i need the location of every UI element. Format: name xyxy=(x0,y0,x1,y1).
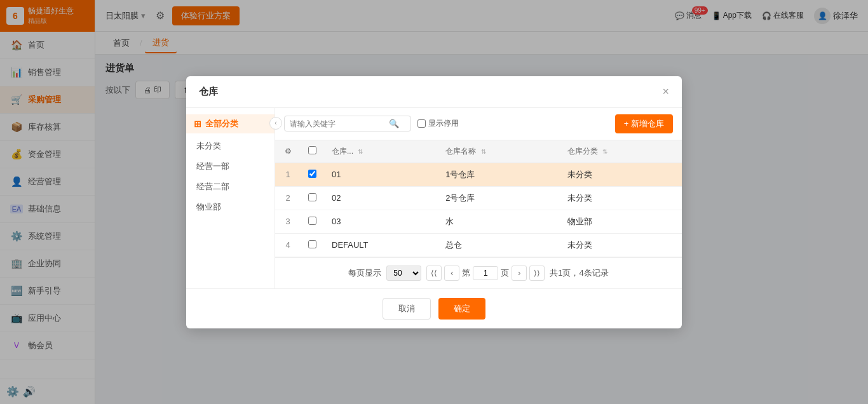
table-row[interactable]: 3 03 水 物业部 xyxy=(275,210,682,233)
warehouse-dialog: 仓库 × ⊞ 全部分类 ‹ 未分类 经营一部 xyxy=(186,76,682,328)
row-num: 1 xyxy=(275,163,301,186)
row-name: 2号仓库 xyxy=(438,186,560,210)
warehouse-panel: 🔍 显示停用 + 新增仓库 ⚙ xyxy=(275,108,682,288)
table-header-row: ⚙ 仓库... ⇅ 仓库名称 xyxy=(275,140,682,163)
search-icon[interactable]: 🔍 xyxy=(389,119,399,128)
col-checkbox xyxy=(301,140,324,163)
category-ops1[interactable]: 经营一部 xyxy=(186,156,275,177)
table-body: 1 01 1号仓库 未分类 2 02 2号仓库 未分类 3 03 水 物业部 4… xyxy=(275,163,682,257)
col-settings: ⚙ xyxy=(275,140,301,163)
last-page-btn[interactable]: ⟩⟩ xyxy=(529,266,545,281)
next-page-btn[interactable]: › xyxy=(512,266,527,281)
row-name: 总仓 xyxy=(438,233,560,257)
table-row[interactable]: 1 01 1号仓库 未分类 xyxy=(275,163,682,186)
col-category: 仓库分类 ⇅ xyxy=(560,140,682,163)
dialog-footer: 取消 确定 xyxy=(186,288,682,328)
col-name: 仓库名称 ⇅ xyxy=(438,140,560,163)
page-unit: 页 xyxy=(501,267,509,279)
category-panel: ⊞ 全部分类 ‹ 未分类 经营一部 经营二部 物业部 xyxy=(186,108,275,288)
pagination: 每页显示 50 20 100 ⟨⟨ ‹ 第 页 › ⟩⟩ xyxy=(275,257,682,288)
row-checkbox[interactable] xyxy=(301,233,324,257)
row-category: 物业部 xyxy=(560,210,682,233)
warehouse-toolbar: 🔍 显示停用 + 新增仓库 xyxy=(275,108,682,140)
show-disabled-toggle[interactable]: 显示停用 xyxy=(417,118,459,129)
page-size-label: 每页显示 xyxy=(348,267,381,279)
prev-page-btn[interactable]: ‹ xyxy=(444,266,459,281)
sort-icon: ⇅ xyxy=(358,148,363,155)
category-property[interactable]: 物业部 xyxy=(186,197,275,217)
row-checkbox[interactable] xyxy=(301,186,324,210)
category-list: 未分类 经营一部 经营二部 物业部 xyxy=(186,133,275,220)
search-input[interactable] xyxy=(290,119,385,128)
modal-overlay: 仓库 × ⊞ 全部分类 ‹ 未分类 经营一部 xyxy=(0,0,868,404)
row-code: 03 xyxy=(324,210,438,233)
first-page-btn[interactable]: ⟨⟨ xyxy=(426,266,442,281)
warehouse-table: ⚙ 仓库... ⇅ 仓库名称 xyxy=(275,140,682,257)
show-disabled-checkbox[interactable] xyxy=(417,119,426,128)
select-all-checkbox[interactable] xyxy=(308,146,316,154)
row-name: 1号仓库 xyxy=(438,163,560,186)
dialog-title: 仓库 xyxy=(199,86,218,98)
row-num: 2 xyxy=(275,186,301,210)
total-label: 共1页，4条记录 xyxy=(550,267,608,279)
add-warehouse-btn[interactable]: + 新增仓库 xyxy=(615,114,673,133)
row-code: DEFAULT xyxy=(324,233,438,257)
row-checkbox[interactable] xyxy=(301,210,324,233)
sort-icon: ⇅ xyxy=(481,148,486,155)
dialog-body: ⊞ 全部分类 ‹ 未分类 经营一部 经营二部 物业部 xyxy=(186,108,682,288)
all-categories-label: 全部分类 xyxy=(205,118,238,130)
grid-icon: ⊞ xyxy=(194,119,201,129)
row-name: 水 xyxy=(438,210,560,233)
warehouse-table-wrap: ⚙ 仓库... ⇅ 仓库名称 xyxy=(275,140,682,257)
search-box: 🔍 xyxy=(284,116,411,131)
cancel-button[interactable]: 取消 xyxy=(383,298,431,320)
row-category: 未分类 xyxy=(560,186,682,210)
page-label: 第 xyxy=(462,267,470,279)
row-category: 未分类 xyxy=(560,163,682,186)
collapse-btn[interactable]: ‹ xyxy=(269,117,282,130)
pagination-nav: ⟨⟨ ‹ 第 页 › ⟩⟩ xyxy=(426,266,545,281)
page-size-select[interactable]: 50 20 100 xyxy=(386,266,421,281)
close-button[interactable]: × xyxy=(662,85,669,98)
settings-col-icon[interactable]: ⚙ xyxy=(285,147,292,156)
row-num: 4 xyxy=(275,233,301,257)
table-row[interactable]: 2 02 2号仓库 未分类 xyxy=(275,186,682,210)
sort-icon: ⇅ xyxy=(602,148,607,155)
row-code: 02 xyxy=(324,186,438,210)
row-checkbox[interactable] xyxy=(301,163,324,186)
row-code: 01 xyxy=(324,163,438,186)
current-page-input[interactable] xyxy=(473,266,498,280)
row-category: 未分类 xyxy=(560,233,682,257)
table-row[interactable]: 4 DEFAULT 总仓 未分类 xyxy=(275,233,682,257)
category-ops2[interactable]: 经营二部 xyxy=(186,177,275,197)
col-code: 仓库... ⇅ xyxy=(324,140,438,163)
show-disabled-label: 显示停用 xyxy=(428,118,459,129)
category-uncategorized[interactable]: 未分类 xyxy=(186,136,275,156)
all-categories-btn[interactable]: ⊞ 全部分类 xyxy=(186,114,275,133)
row-num: 3 xyxy=(275,210,301,233)
dialog-header: 仓库 × xyxy=(186,76,682,108)
confirm-button[interactable]: 确定 xyxy=(438,298,485,320)
